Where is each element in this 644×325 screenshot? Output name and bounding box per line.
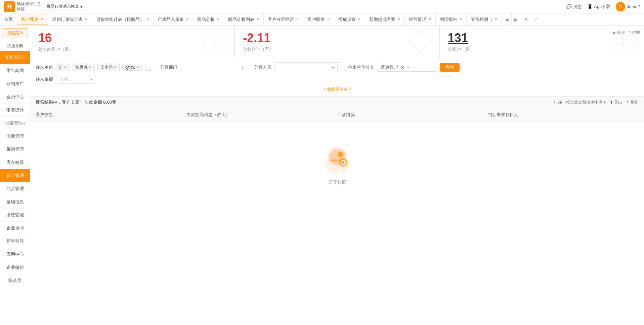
- sidebar-item-wholesale-manage[interactable]: 批发管理 ▾: [0, 117, 30, 130]
- unit-more-btn[interactable]: ...: [145, 64, 153, 71]
- top-bar-left: 好 畅捷通好生意 标版 母婴行业演示帐套 ▾: [4, 1, 85, 12]
- tab-close-customer-balance[interactable]: ✕: [41, 17, 44, 21]
- filter-area: 往来单位 伍 ✕ 陈民强 ✕ 王小亮 ✕ cjttcw ✕: [30, 58, 644, 97]
- unit-class-select[interactable]: 普通客户 ✕ ▾: [377, 63, 437, 72]
- svg-rect-7: [615, 43, 618, 45]
- unit-tag-wang[interactable]: 王小亮 ✕: [97, 64, 120, 71]
- user-menu[interactable]: D demo2: [616, 2, 640, 11]
- tab-close-customer-contact[interactable]: ✕: [327, 17, 330, 22]
- sidebar-item-enterprise[interactable]: 企业协同: [0, 222, 30, 235]
- sidebar-item-enterprise-wechat[interactable]: 企业微信: [0, 261, 30, 274]
- sidebar-item-system[interactable]: 系统管理: [0, 209, 30, 222]
- tab-nav-close-all[interactable]: ✕: [521, 13, 531, 25]
- tab-new-promotion[interactable]: 新增提成方案 ✕: [365, 13, 405, 25]
- sidebar: 搜索菜单 快捷导航 零售管理 ▾ 零售商城 营销推广 会员中心 零售统计 批发管…: [0, 26, 30, 325]
- video-help-btn[interactable]: ▶ 视频: [613, 30, 625, 35]
- tab-business-status[interactable]: 经营情况 ✕: [405, 13, 436, 25]
- tab-close-retail-profit[interactable]: ✕: [495, 17, 498, 22]
- tab-home[interactable]: 首页: [0, 13, 17, 25]
- balance-select[interactable]: 选择... ▾: [56, 75, 96, 84]
- sidebar-item-purchase-manage[interactable]: 采购管理: [0, 143, 30, 156]
- tab-close-product-analysis-list[interactable]: ✕: [256, 17, 259, 22]
- tab-nav-left[interactable]: ◀: [502, 13, 511, 25]
- sidebar-item-retail-manage[interactable]: 零售管理 ▾: [0, 51, 30, 64]
- svg-point-18: [342, 161, 345, 164]
- unit-tag-cjttcw-close[interactable]: ✕: [136, 65, 139, 70]
- stat-overdue-amount: -2.11 欠款合计（万）: [234, 26, 439, 58]
- tab-close-customer-segment[interactable]: ✕: [296, 17, 299, 22]
- filter-row-2: 往来余额 选择... ▾: [36, 75, 639, 84]
- sidebar-item-retail-mall[interactable]: 零售商城: [0, 64, 30, 77]
- tab-close-new-promotion[interactable]: ✕: [397, 17, 400, 22]
- unit-tag-chen[interactable]: 陈民强 ✕: [73, 64, 95, 71]
- logo-icon: 好: [4, 1, 15, 12]
- refresh-btn[interactable]: ↻ 刷新: [626, 100, 639, 105]
- tab-product-analysis[interactable]: 商品分析 ✕: [193, 13, 224, 25]
- sort-dropdown-arrow: ▾: [604, 100, 606, 105]
- sidebar-item-member[interactable]: 畅会员: [0, 274, 30, 287]
- sidebar-item-inventory[interactable]: 库存核算: [0, 156, 30, 169]
- messages-btn[interactable]: 💬 消息: [566, 4, 582, 10]
- table-area: 客户信息 欠款交易信息（占比） 回款情况 到期未收款日期: [30, 108, 644, 325]
- svg-point-14: [338, 152, 343, 157]
- tab-retail-profit[interactable]: 零售利润（ ✕: [467, 13, 502, 25]
- empty-state: 暂无数据: [30, 121, 644, 206]
- unit-tag-cjttcw[interactable]: cjttcw ✕: [122, 64, 142, 71]
- tab-close-business-status[interactable]: ✕: [428, 17, 431, 22]
- industry-selector[interactable]: 母婴行业演示帐套 ▾: [44, 3, 85, 10]
- chevron-down-icon: ▾: [23, 56, 25, 60]
- sidebar-item-app-center[interactable]: 应用中心: [0, 248, 30, 261]
- result-actions: 排序：按欠款金额倒序排序 ▾ ⬆ 导出 ↻ 刷新: [554, 100, 639, 105]
- tab-close-purchase-order[interactable]: ✕: [85, 17, 88, 22]
- help-btn[interactable]: ? 帮助: [629, 30, 640, 35]
- sidebar-item-finance[interactable]: 资金管理: [0, 169, 30, 182]
- collapse-btn[interactable]: ∧ 收起更多条件: [323, 86, 351, 92]
- tab-nav-right[interactable]: ▶: [511, 13, 521, 25]
- unit-class-dropdown-arrow: ▾: [407, 65, 409, 70]
- dept-select[interactable]: ▾: [180, 64, 247, 71]
- logo-text: 畅捷通好生意 标版: [17, 1, 41, 12]
- overdue-customers-label: 总欠款客户（家）: [38, 46, 226, 52]
- unit-tag-wang-close[interactable]: ✕: [114, 65, 117, 70]
- tab-nav-maximize[interactable]: ⤢: [531, 13, 541, 25]
- sidebar-item-ecommerce[interactable]: 电商管理: [0, 130, 30, 143]
- svg-text:¥: ¥: [212, 34, 219, 48]
- chevron-down-icon: ▾: [23, 121, 25, 125]
- tab-close-product-analysis[interactable]: ✕: [217, 17, 220, 22]
- unit-class-tag-close[interactable]: ✕: [401, 65, 404, 70]
- stat-actions: ▶ 视频 ? 帮助: [613, 30, 640, 35]
- sidebar-item-new-guide[interactable]: 新手引导: [0, 235, 30, 248]
- tab-customer-contact[interactable]: 客户联络 ✕: [303, 13, 334, 25]
- sidebar-item-basic-info[interactable]: 基础信息: [0, 195, 30, 209]
- unit-tag-wu-close[interactable]: ✕: [64, 65, 67, 70]
- query-button[interactable]: 查询: [440, 63, 460, 72]
- result-bar: 搜索结果中，客户 0 家 欠款金额 0.00元 排序：按欠款金额倒序排序 ▾ ⬆…: [30, 97, 644, 108]
- unit-tag-chen-close[interactable]: ✕: [89, 65, 92, 70]
- sidebar-search-area: 搜索菜单: [0, 26, 30, 41]
- app-download-btn[interactable]: 📱 App下载: [587, 4, 610, 10]
- unit-tag-wu[interactable]: 伍 ✕: [56, 64, 70, 71]
- tab-purchase-order[interactable]: 采购订单统计表 ✕: [48, 13, 92, 25]
- person-select[interactable]: ···: [274, 62, 341, 72]
- sidebar-item-member-center[interactable]: 会员中心: [0, 91, 30, 104]
- sidebar-item-operations[interactable]: 经营管理: [0, 182, 30, 195]
- tab-close-promotion-settings[interactable]: ✕: [358, 17, 361, 22]
- tab-product-analysis-list[interactable]: 商品分析列表 ✕: [224, 13, 264, 25]
- sidebar-quick-nav[interactable]: 快捷导航: [0, 41, 30, 51]
- sidebar-item-retail-stats[interactable]: 零售统计: [0, 104, 30, 117]
- sidebar-item-marketing[interactable]: 营销推广: [0, 77, 30, 91]
- tab-promotion-settings[interactable]: 提成设置 ✕: [334, 13, 365, 25]
- tab-close-production-stock[interactable]: ✕: [186, 17, 189, 22]
- export-icon: ⬆: [610, 100, 613, 105]
- tab-close-profit-report[interactable]: ✕: [459, 17, 462, 22]
- tab-profit-report[interactable]: 利润报告 ✕: [436, 13, 467, 25]
- overdue-customers-number: 16: [38, 31, 226, 45]
- tab-customer-balance[interactable]: 客户账本 ✕: [17, 13, 48, 25]
- sidebar-search-btn[interactable]: 搜索菜单: [2, 28, 28, 38]
- person-extra-btn[interactable]: ···: [330, 64, 338, 71]
- tab-production-stock[interactable]: 产成品入库单 ✕: [154, 13, 193, 25]
- tab-customer-segment[interactable]: 客户分层经营 ✕: [264, 13, 303, 25]
- tab-close-stock-stats[interactable]: ✕: [146, 17, 149, 22]
- tab-stock-stats[interactable]: 进货单统计表（按商品） ✕: [92, 13, 154, 25]
- export-btn[interactable]: ⬆ 导出: [610, 100, 622, 105]
